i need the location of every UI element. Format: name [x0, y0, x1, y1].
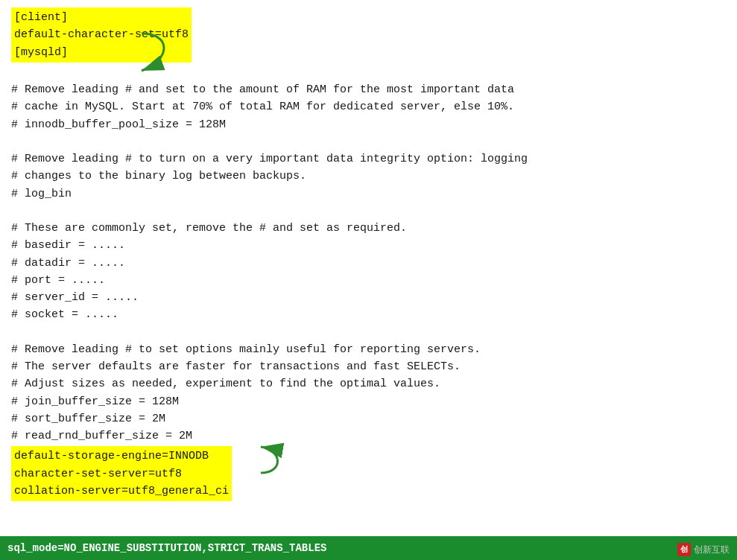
comment-block-3: # These are commonly set, remove the # a… — [11, 220, 726, 324]
top-highlight-box: [client] default-character-set=utf8 [mys… — [11, 7, 192, 63]
comment-line: # innodb_buffer_pool_size = 128M — [11, 116, 726, 133]
bottom-highlight-box: default-storage-engine=INNODB character-… — [11, 446, 232, 501]
status-bar-text: sql_mode=NO_ENGINE_SUBSTITUTION,STRICT_T… — [7, 542, 326, 554]
comment-line: # port = ..... — [11, 272, 726, 289]
main-content: [client] default-character-set=utf8 [mys… — [0, 0, 737, 536]
top-highlight-line-1: [client] default-character-set=utf8 [mys… — [14, 11, 189, 59]
comment-line: # Remove leading # to turn on a very imp… — [11, 150, 726, 168]
comment-block-1: # Remove leading # and set to the amount… — [11, 81, 726, 133]
comment-line: # basedir = ..... — [11, 237, 726, 254]
comment-line: # changes to the binary log between back… — [11, 168, 726, 185]
comment-line: # The server defaults are faster for tra… — [11, 358, 726, 375]
comment-line: # read_rnd_buffer_size = 2M — [11, 427, 726, 445]
comment-block-4: # Remove leading # to set options mainly… — [11, 341, 726, 445]
comment-line: # Remove leading # to set options mainly… — [11, 341, 726, 358]
comment-line: # server_id = ..... — [11, 289, 726, 306]
bottom-highlight-line: default-storage-engine=INNODB character-… — [14, 450, 229, 497]
comment-line: # join_buffer_size = 128M — [11, 393, 726, 410]
comment-line: # datadir = ..... — [11, 255, 726, 272]
comment-line: # cache in MySQL. Start at 70% of total … — [11, 98, 726, 115]
watermark-icon: 创 — [677, 543, 691, 556]
comment-line: # Adjust sizes as needed, experiment to … — [11, 375, 726, 392]
comment-line: # log_bin — [11, 185, 726, 203]
watermark-text: 创新互联 — [694, 544, 730, 556]
status-bar: sql_mode=NO_ENGINE_SUBSTITUTION,STRICT_T… — [0, 536, 737, 560]
comment-line: # These are commonly set, remove the # a… — [11, 220, 726, 237]
watermark: 创 创新互联 — [677, 543, 730, 556]
comment-line: # socket = ..... — [11, 306, 726, 323]
comment-line: # sort_buffer_size = 2M — [11, 410, 726, 427]
comment-block-2: # Remove leading # to turn on a very imp… — [11, 150, 726, 203]
comment-line: # Remove leading # and set to the amount… — [11, 81, 726, 98]
